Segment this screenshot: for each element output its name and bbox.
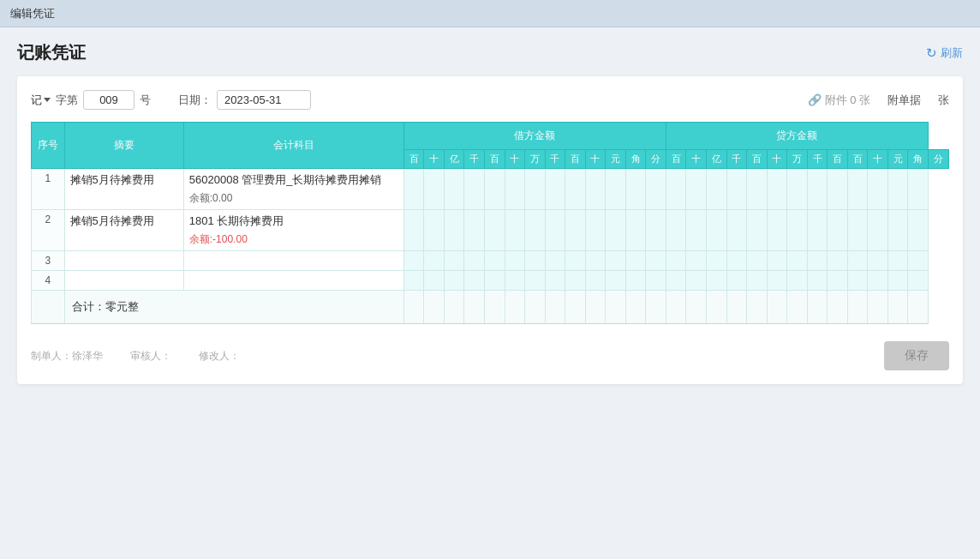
row-4-debit-7[interactable]	[525, 271, 546, 291]
row-4-credit-5[interactable]	[747, 271, 768, 291]
row-2-credit-13[interactable]	[908, 210, 929, 251]
row-1-debit-12[interactable]	[625, 169, 646, 210]
row-2-debit-4[interactable]	[464, 210, 485, 251]
row-1-credit-4[interactable]	[726, 169, 747, 210]
row-4-credit-2[interactable]	[686, 271, 707, 291]
row-2-credit-7[interactable]	[787, 210, 808, 251]
row-1-debit-2[interactable]	[424, 169, 445, 210]
row-3-credit-13[interactable]	[908, 251, 929, 271]
row-1-credit-13[interactable]	[908, 169, 929, 210]
row-1-credit-9[interactable]	[828, 169, 848, 210]
row-3-credit-2[interactable]	[686, 251, 707, 271]
row-4-abstract[interactable]	[64, 271, 183, 291]
row-4-debit-1[interactable]	[403, 271, 424, 291]
row-2-debit-8[interactable]	[545, 210, 565, 251]
row-3-debit-10[interactable]	[585, 251, 606, 271]
row-2-debit-6[interactable]	[505, 210, 525, 251]
row-1-credit-11[interactable]	[868, 169, 888, 210]
row-3-debit-11[interactable]	[606, 251, 626, 271]
row-3-credit-11[interactable]	[868, 251, 888, 271]
row-4-credit-10[interactable]	[847, 271, 868, 291]
voucher-number-input[interactable]	[83, 90, 134, 110]
row-4-credit-6[interactable]	[767, 271, 787, 291]
table-row[interactable]: 3	[32, 251, 949, 271]
row-2-credit-12[interactable]	[887, 210, 908, 251]
row-3-subject[interactable]	[183, 251, 403, 271]
row-4-credit-1[interactable]	[666, 271, 686, 291]
row-3-credit-10[interactable]	[847, 251, 868, 271]
row-3-credit-7[interactable]	[787, 251, 808, 271]
row-2-debit-3[interactable]	[444, 210, 464, 251]
row-2-debit-2[interactable]	[424, 210, 445, 251]
row-4-credit-3[interactable]	[707, 271, 727, 291]
row-4-debit-9[interactable]	[565, 271, 586, 291]
row-2-subject[interactable]: 1801 长期待摊费用余额:-100.00	[183, 210, 403, 251]
row-3-credit-8[interactable]	[807, 251, 828, 271]
row-2-credit-2[interactable]	[686, 210, 707, 251]
row-2-debit-10[interactable]	[585, 210, 606, 251]
row-2-debit-5[interactable]	[484, 210, 505, 251]
row-1-debit-11[interactable]	[606, 169, 626, 210]
row-3-debit-6[interactable]	[505, 251, 525, 271]
row-3-debit-3[interactable]	[444, 251, 464, 271]
row-4-credit-7[interactable]	[787, 271, 808, 291]
row-2-credit-10[interactable]	[847, 210, 868, 251]
row-4-debit-10[interactable]	[585, 271, 606, 291]
table-row[interactable]: 4	[32, 271, 949, 291]
row-1-credit-12[interactable]	[887, 169, 908, 210]
row-3-debit-2[interactable]	[424, 251, 445, 271]
row-2-credit-1[interactable]	[666, 210, 686, 251]
row-2-abstract[interactable]: 摊销5月待摊费用	[64, 210, 183, 251]
row-3-credit-1[interactable]	[666, 251, 686, 271]
row-1-debit-4[interactable]	[464, 169, 485, 210]
row-1-debit-1[interactable]	[403, 169, 424, 210]
row-3-debit-7[interactable]	[525, 251, 546, 271]
row-3-debit-13[interactable]	[646, 251, 666, 271]
row-2-credit-4[interactable]	[726, 210, 747, 251]
table-row[interactable]: 2摊销5月待摊费用1801 长期待摊费用余额:-100.00	[32, 210, 949, 251]
row-2-debit-11[interactable]	[606, 210, 626, 251]
row-1-subject[interactable]: 56020008 管理费用_长期待摊费用摊销余额:0.00	[183, 169, 403, 210]
row-2-debit-9[interactable]	[565, 210, 586, 251]
row-2-debit-7[interactable]	[525, 210, 546, 251]
row-2-debit-1[interactable]	[403, 210, 424, 251]
row-3-debit-1[interactable]	[403, 251, 424, 271]
row-1-debit-6[interactable]	[505, 169, 525, 210]
row-4-debit-12[interactable]	[625, 271, 646, 291]
row-4-debit-2[interactable]	[424, 271, 445, 291]
row-3-credit-3[interactable]	[707, 251, 727, 271]
row-3-credit-6[interactable]	[767, 251, 787, 271]
row-3-credit-4[interactable]	[726, 251, 747, 271]
row-2-credit-9[interactable]	[828, 210, 848, 251]
row-1-credit-6[interactable]	[767, 169, 787, 210]
row-4-debit-6[interactable]	[505, 271, 525, 291]
row-2-debit-13[interactable]	[646, 210, 666, 251]
row-1-debit-13[interactable]	[646, 169, 666, 210]
row-3-debit-8[interactable]	[545, 251, 565, 271]
row-3-credit-9[interactable]	[828, 251, 848, 271]
row-1-debit-5[interactable]	[484, 169, 505, 210]
row-1-debit-9[interactable]	[565, 169, 586, 210]
row-1-credit-5[interactable]	[747, 169, 768, 210]
row-1-credit-8[interactable]	[807, 169, 828, 210]
row-4-debit-4[interactable]	[464, 271, 485, 291]
row-4-credit-9[interactable]	[828, 271, 848, 291]
row-2-credit-3[interactable]	[707, 210, 727, 251]
row-4-debit-3[interactable]	[444, 271, 464, 291]
row-2-credit-11[interactable]	[868, 210, 888, 251]
row-1-abstract[interactable]: 摊销5月待摊费用	[64, 169, 183, 210]
row-4-debit-11[interactable]	[606, 271, 626, 291]
row-4-credit-12[interactable]	[887, 271, 908, 291]
row-3-credit-5[interactable]	[747, 251, 768, 271]
row-4-debit-8[interactable]	[545, 271, 565, 291]
row-2-credit-8[interactable]	[807, 210, 828, 251]
date-input[interactable]	[217, 90, 311, 110]
row-2-credit-5[interactable]	[747, 210, 768, 251]
row-4-credit-11[interactable]	[868, 271, 888, 291]
table-row[interactable]: 1摊销5月待摊费用56020008 管理费用_长期待摊费用摊销余额:0.00	[32, 169, 949, 210]
row-1-credit-10[interactable]	[847, 169, 868, 210]
row-3-abstract[interactable]	[64, 251, 183, 271]
row-3-debit-4[interactable]	[464, 251, 485, 271]
row-4-debit-13[interactable]	[646, 271, 666, 291]
row-4-debit-5[interactable]	[484, 271, 505, 291]
